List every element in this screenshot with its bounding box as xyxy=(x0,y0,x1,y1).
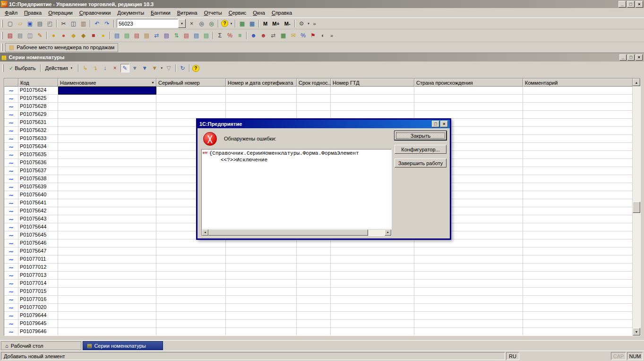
cell-comment[interactable] xyxy=(523,143,633,151)
menu-item-1[interactable]: Файл xyxy=(1,9,21,17)
cell-expiry[interactable] xyxy=(297,87,331,95)
cell-expiry[interactable] xyxy=(297,280,331,288)
filter-icon[interactable]: ▼ xyxy=(130,64,139,72)
cell-name[interactable] xyxy=(58,320,156,328)
cell-comment[interactable] xyxy=(523,199,633,207)
column-header-expiry[interactable]: Срок годнос... xyxy=(297,79,331,87)
dialog-maximize-button[interactable]: □ xyxy=(432,121,439,127)
tab-series-list[interactable]: ▤ Серии номенклатуры xyxy=(83,341,163,350)
suppliers-icon[interactable]: ☻ xyxy=(259,31,268,40)
cell-expiry[interactable] xyxy=(297,95,331,103)
table-row[interactable]: ∼P01075625 xyxy=(4,95,633,103)
purse-icon[interactable]: ◆ xyxy=(69,31,78,40)
find-next-icon[interactable]: ◎ xyxy=(207,19,216,28)
help-icon[interactable]: ? xyxy=(221,20,228,27)
cell-comment[interactable] xyxy=(523,87,633,95)
cell-cert[interactable] xyxy=(226,255,297,264)
toolbar-drag-handle[interactable] xyxy=(1,44,3,51)
cell-name[interactable] xyxy=(58,239,156,247)
cell-name[interactable] xyxy=(58,215,156,223)
cell-code[interactable]: P01075639 xyxy=(18,183,58,191)
cell-code[interactable]: P01075629 xyxy=(18,111,58,119)
toolbar-overflow-button[interactable]: » xyxy=(328,33,335,38)
cell-comment[interactable] xyxy=(523,127,633,135)
cell-country[interactable] xyxy=(414,296,523,304)
cell-serial[interactable] xyxy=(156,296,226,304)
table-settings-icon[interactable]: ▦ xyxy=(238,19,247,28)
cell-name[interactable] xyxy=(58,207,156,215)
cell-country[interactable] xyxy=(414,239,523,247)
table-row[interactable]: ∼P01077015 xyxy=(4,288,633,296)
cell-comment[interactable] xyxy=(523,247,633,255)
cell-cert[interactable] xyxy=(226,103,297,111)
cell-code[interactable]: P01075634 xyxy=(18,143,58,151)
mail-icon[interactable]: ✉ xyxy=(289,31,298,40)
cell-expiry[interactable] xyxy=(297,264,331,272)
table-row[interactable]: ∼P01079644 xyxy=(4,312,633,320)
sales-icon[interactable]: ▤ xyxy=(202,31,211,40)
cell-serial[interactable] xyxy=(156,103,226,111)
flag-icon[interactable]: ⚑ xyxy=(309,31,318,40)
cell-cert[interactable] xyxy=(226,272,297,280)
cell-code[interactable]: P01075644 xyxy=(18,223,58,231)
cell-expiry[interactable] xyxy=(297,320,331,328)
cell-gtd[interactable] xyxy=(331,264,414,272)
title-bar[interactable]: 1С 1С:Предприятие - Управление торговлей… xyxy=(0,0,644,8)
cell-expiry[interactable] xyxy=(297,239,331,247)
cell-comment[interactable] xyxy=(523,296,633,304)
cell-code[interactable]: P01075632 xyxy=(18,127,58,135)
configurator-button[interactable]: Конфигуратор... xyxy=(395,145,447,154)
scroll-right-button[interactable]: ► xyxy=(385,229,391,236)
cell-code[interactable]: P01075643 xyxy=(18,215,58,223)
cell-name[interactable] xyxy=(58,231,156,239)
cancel-filter-icon[interactable]: ▽ xyxy=(164,64,173,72)
cell-code[interactable]: P01077015 xyxy=(18,288,58,296)
filter-settings-icon[interactable]: ▼ xyxy=(150,64,159,72)
cell-name[interactable] xyxy=(58,103,156,111)
filter-by-value-icon[interactable]: ▼ xyxy=(140,64,149,72)
cell-code[interactable]: P01077012 xyxy=(18,264,58,272)
cell-code[interactable]: P01075624 xyxy=(18,87,58,95)
cell-country[interactable] xyxy=(414,87,523,95)
copy-icon[interactable]: ◫ xyxy=(69,19,78,28)
cell-country[interactable] xyxy=(414,280,523,288)
cell-name[interactable] xyxy=(58,264,156,272)
movement-icon[interactable]: ⇅ xyxy=(172,31,181,40)
money-transfer-icon[interactable]: ● xyxy=(99,31,108,40)
paste-icon[interactable]: ▥ xyxy=(79,19,88,28)
table-row[interactable]: ∼P01079646 xyxy=(4,328,633,335)
cell-comment[interactable] xyxy=(523,272,633,280)
purse-alt-icon[interactable]: ◆ xyxy=(79,31,88,40)
selected-cell[interactable] xyxy=(58,87,156,95)
combo-dropdown-button[interactable]: ▾ xyxy=(178,19,186,28)
search-input[interactable] xyxy=(117,19,178,28)
cell-code[interactable]: P01075631 xyxy=(18,119,58,127)
cell-code[interactable]: P01075636 xyxy=(18,159,58,167)
cell-serial[interactable] xyxy=(156,95,226,103)
cell-comment[interactable] xyxy=(523,239,633,247)
print-documents-icon[interactable]: ▤ xyxy=(16,31,25,40)
toolbar-drag-handle[interactable] xyxy=(1,32,3,39)
move-to-group-icon[interactable]: ↓ xyxy=(101,64,110,72)
cell-country[interactable] xyxy=(414,103,523,111)
menu-item-7[interactable]: Витрина xyxy=(174,9,201,17)
cell-name[interactable] xyxy=(58,167,156,175)
cell-country[interactable] xyxy=(414,312,523,320)
close-button[interactable]: × xyxy=(635,1,643,8)
table-row[interactable]: ∼P01077013 xyxy=(4,272,633,280)
cell-country[interactable] xyxy=(414,111,523,119)
cell-serial[interactable] xyxy=(156,247,226,255)
toolbar-drag-handle[interactable] xyxy=(1,20,3,27)
cell-serial[interactable] xyxy=(156,111,226,119)
cell-expiry[interactable] xyxy=(297,111,331,119)
cell-name[interactable] xyxy=(58,328,156,335)
cell-name[interactable] xyxy=(58,111,156,119)
cell-gtd[interactable] xyxy=(331,87,414,95)
cell-expiry[interactable] xyxy=(297,312,331,320)
customers-icon[interactable]: ☻ xyxy=(249,31,258,40)
column-header-icon[interactable] xyxy=(4,79,18,87)
cell-code[interactable]: P01077016 xyxy=(18,296,58,304)
delete-mark-icon[interactable]: × xyxy=(111,64,120,72)
payment-icon[interactable]: ■ xyxy=(89,31,98,40)
toolbar-overflow-button[interactable]: » xyxy=(311,21,318,26)
